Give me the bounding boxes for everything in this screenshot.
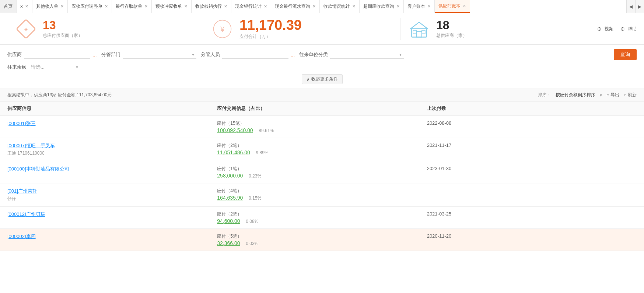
table-row[interactable]: [000007]恒旺二手叉车 王通 17106110000 应付（2笔） 11,… bbox=[0, 138, 644, 161]
table-row[interactable]: [000001]张三 应付（15笔） 100,092,540.00 89.61%… bbox=[0, 116, 644, 138]
last-payment-5: 2020-11-20 bbox=[427, 233, 637, 239]
nav-tab-prepay-ar-close[interactable]: ✕ bbox=[184, 4, 188, 9]
tx-amount-2[interactable]: 258,000.00 bbox=[217, 173, 243, 179]
nav-tab-supplier-book[interactable]: 供应商账本 ✕ bbox=[435, 0, 470, 13]
refresh-button[interactable]: ○ 刷新 bbox=[624, 92, 637, 98]
filter-area: 供应商 ... 分管部门 分管人员 ... 往来单位 bbox=[0, 45, 644, 89]
stat-total-suppliers: 18 总供应商（家） bbox=[400, 18, 597, 40]
nav-tab-customer-book-label: 客户账本 bbox=[407, 3, 425, 10]
export-button[interactable]: ○ 导出 bbox=[606, 92, 619, 98]
table-area: 供应商信息 应付交易信息（占比） 上次付数 [000001]张三 应付（15笔）… bbox=[0, 101, 644, 293]
supplier-input[interactable] bbox=[24, 51, 90, 59]
nav-tab-receipt-stat[interactable]: 收款情况统计 ✕ bbox=[320, 0, 360, 13]
nav-tab-bank-close[interactable]: ✕ bbox=[144, 4, 148, 9]
supplier-filter-label: 供应商 bbox=[7, 51, 22, 58]
nav-tab-3[interactable]: 3 ✕ bbox=[17, 0, 32, 13]
supplier-link-3[interactable]: [001]广州荣轩 bbox=[7, 188, 217, 194]
nav-tab-receipt-stat-close[interactable]: ✕ bbox=[352, 4, 356, 9]
nav-tab-bank[interactable]: 银行存取款单 ✕ bbox=[112, 0, 152, 13]
stat-payable-amount-number: 11,170.39 bbox=[239, 18, 302, 32]
nav-tab-prepay-ar[interactable]: 预收冲应收单 ✕ bbox=[152, 0, 192, 13]
nav-tab-receipt-stat-label: 收款情况统计 bbox=[323, 3, 350, 10]
nav-tab-other-income-close[interactable]: ✕ bbox=[60, 4, 64, 9]
nav-next-arrow[interactable]: ▶ bbox=[635, 0, 644, 13]
table-row[interactable]: [000100]本特勤油品有限公司 应付（1笔） 258,000.00 0.23… bbox=[0, 161, 644, 183]
diamond-icon: ◈ bbox=[15, 18, 37, 40]
supplier-link-4[interactable]: [000012]广州贝瑞 bbox=[7, 211, 217, 218]
category-select[interactable] bbox=[330, 51, 404, 59]
link-divider: | bbox=[616, 26, 617, 31]
nav-tab-cash-bank-flow-close[interactable]: ✕ bbox=[312, 4, 316, 9]
tx-percent-5: 0.03% bbox=[246, 241, 258, 246]
supplier-link-0[interactable]: [000001]张三 bbox=[7, 120, 217, 127]
filter-row-1: 供应商 ... 分管部门 分管人员 ... 往来单位 bbox=[7, 49, 637, 60]
tx-amount-1[interactable]: 11,051,486.00 bbox=[217, 149, 250, 155]
help-link[interactable]: 帮助 bbox=[628, 26, 637, 32]
dept-filter-label: 分管部门 bbox=[101, 51, 120, 58]
nav-tab-bank-label: 银行存取款单 bbox=[116, 3, 142, 10]
filter-row-2: 往来余额 请选... bbox=[7, 63, 637, 71]
nav-tab-home-label: 首页 bbox=[4, 3, 13, 10]
result-actions: 排序： 按应付余额倒序排序 ▾ ○ 导出 ○ 刷新 bbox=[538, 92, 637, 98]
nav-tab-cash-bank-stat[interactable]: 现金银行统计 ✕ bbox=[231, 0, 271, 13]
person-filter-label: 分管人员 bbox=[201, 51, 220, 58]
nav-tab-home[interactable]: 首页 bbox=[0, 0, 17, 13]
person-input[interactable] bbox=[222, 51, 288, 59]
nav-tab-cash-bank-stat-close[interactable]: ✕ bbox=[264, 4, 267, 9]
nav-tab-customer-book[interactable]: 客户账本 ✕ bbox=[404, 0, 435, 13]
balance-select[interactable]: 请选... bbox=[29, 63, 80, 71]
person-dots[interactable]: ... bbox=[291, 52, 295, 58]
table-row[interactable]: [001]广州荣轩 仔仔 应付（4笔） 164,635.90 0.15% bbox=[0, 183, 644, 207]
svg-rect-4 bbox=[412, 28, 427, 37]
stat-payable-amount: ¥ 11,170.39 应付合计（万） bbox=[204, 18, 400, 40]
nav-tab-ar-ap-adjust[interactable]: 应收应付调整单 ✕ bbox=[68, 0, 112, 13]
nav-tab-cash-bank-flow[interactable]: 现金银行流水查询 ✕ bbox=[271, 0, 320, 13]
nav-tab-receipt-exec[interactable]: 收款核销执行 ✕ bbox=[192, 0, 231, 13]
nav-tab-customer-book-close[interactable]: ✕ bbox=[427, 4, 431, 9]
tx-amount-0[interactable]: 100,092,540.00 bbox=[217, 127, 253, 133]
tx-info-2: 应付（1笔） 258,000.00 0.23% bbox=[217, 166, 427, 179]
sort-chevron-icon[interactable]: ▾ bbox=[600, 93, 602, 98]
search-button[interactable]: 查询 bbox=[614, 49, 637, 60]
tx-info-4: 应付（2笔） 94,600.00 0.08% bbox=[217, 211, 427, 224]
nav-tab-overdue-ar-close[interactable]: ✕ bbox=[396, 4, 400, 9]
top-nav: 首页 3 ✕ 其他收入单 ✕ 应收应付调整单 ✕ 银行存取款单 ✕ 预收冲应收单… bbox=[0, 0, 644, 13]
supplier-link-2[interactable]: [000100]本特勤油品有限公司 bbox=[7, 166, 217, 172]
tx-info-0: 应付（15笔） 100,092,540.00 89.61% bbox=[217, 120, 427, 133]
nav-prev-arrow[interactable]: ◀ bbox=[626, 0, 635, 13]
video-icon: ⊙ bbox=[597, 26, 602, 32]
nav-tab-overdue-ar[interactable]: 超期应收款查询 ✕ bbox=[360, 0, 404, 13]
nav-tab-3-close[interactable]: ✕ bbox=[25, 4, 28, 9]
nav-tab-supplier-book-close[interactable]: ✕ bbox=[463, 4, 466, 8]
supplier-info-2: [000100]本特勤油品有限公司 bbox=[7, 166, 217, 172]
stat-payable-suppliers: ◈ 13 总应付供应商（家） bbox=[7, 18, 204, 40]
stat-payable-amount-label: 应付合计（万） bbox=[239, 34, 302, 40]
stat-payable-amount-content: 11,170.39 应付合计（万） bbox=[239, 18, 302, 40]
nav-tab-ar-ap-adjust-label: 应收应付调整单 bbox=[71, 3, 102, 10]
tx-amount-3[interactable]: 164,635.90 bbox=[217, 195, 243, 201]
dept-select[interactable] bbox=[123, 51, 196, 59]
tx-label-4: 应付（2笔） bbox=[217, 211, 427, 217]
tx-percent-4: 0.08% bbox=[246, 219, 258, 224]
supplier-info-4: [000012]广州贝瑞 bbox=[7, 211, 217, 218]
supplier-info-1: [000007]恒旺二手叉车 王通 17106110000 bbox=[7, 142, 217, 156]
balance-filter-label: 往来余额 bbox=[7, 64, 27, 70]
supplier-link-5[interactable]: [000002]李四 bbox=[7, 233, 217, 240]
page-wrapper: 首页 3 ✕ 其他收入单 ✕ 应收应付调整单 ✕ 银行存取款单 ✕ 预收冲应收单… bbox=[0, 0, 644, 293]
help-icon: ⊙ bbox=[620, 26, 625, 32]
supplier-link-1[interactable]: [000007]恒旺二手叉车 bbox=[7, 142, 217, 149]
svg-text:◈: ◈ bbox=[24, 26, 28, 32]
nav-tab-ar-ap-adjust-close[interactable]: ✕ bbox=[105, 4, 108, 9]
nav-tab-other-income[interactable]: 其他收入单 ✕ bbox=[32, 0, 68, 13]
collapse-button[interactable]: ∧ 收起更多条件 bbox=[302, 74, 343, 84]
tx-amount-4[interactable]: 94,600.00 bbox=[217, 218, 240, 224]
nav-tab-overdue-ar-label: 超期应收款查询 bbox=[363, 3, 394, 10]
nav-tab-receipt-exec-close[interactable]: ✕ bbox=[224, 4, 227, 9]
sort-value[interactable]: 按应付余额倒序排序 bbox=[556, 92, 595, 98]
tx-amount-5[interactable]: 32,366.00 bbox=[217, 240, 240, 246]
video-link[interactable]: 视频 bbox=[605, 26, 613, 32]
table-row[interactable]: [000012]广州贝瑞 应付（2笔） 94,600.00 0.08% 2021… bbox=[0, 207, 644, 229]
supplier-dots[interactable]: ... bbox=[92, 52, 97, 58]
table-row[interactable]: [000002]李四 应付（5笔） 32,366.00 0.03% 2020-1… bbox=[0, 229, 644, 251]
tx-label-5: 应付（5笔） bbox=[217, 233, 427, 239]
